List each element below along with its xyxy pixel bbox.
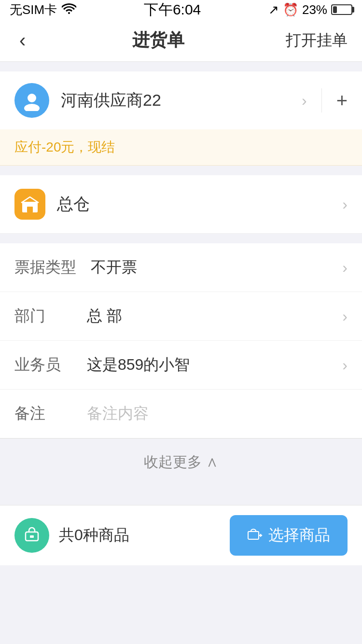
supplier-actions: › + [302,88,348,112]
svg-rect-3 [27,207,33,212]
svg-point-1 [24,104,40,111]
salesperson-chevron-icon: › [342,356,348,374]
status-carrier: 无SIM卡 [10,1,76,18]
status-right: ↗ ⏰ 23% [268,2,352,17]
product-cart-icon [14,518,49,553]
department-label: 部门 [14,306,72,327]
battery-percent: 23% [302,2,327,17]
supplier-name: 河南供应商22 [61,89,302,112]
open-pending-button[interactable]: 打开挂单 [286,30,348,51]
svg-rect-6 [248,532,259,539]
form-section: 票据类型 不开票 › 部门 总 部 › 业务员 这是859的小智 › 备注 备注… [0,243,362,438]
nav-bar: ‹ 进货单 打开挂单 [0,19,362,62]
supplier-avatar [14,83,49,118]
department-value: 总 部 [87,306,342,327]
bottom-bar: 共0种商品 选择商品 [0,505,362,565]
product-count: 共0种商品 [59,525,230,546]
back-button[interactable]: ‹ [14,25,30,56]
department-chevron-icon: › [342,308,348,325]
battery-icon [331,4,352,15]
section-gap-1 [0,62,362,71]
warehouse-row[interactable]: 总仓 › [0,175,362,234]
collapse-button[interactable]: 收起更多 ∧ [0,438,362,486]
salesperson-row[interactable]: 业务员 这是859的小智 › [0,341,362,390]
warehouse-icon [14,189,45,220]
section-gap-4 [0,486,362,495]
warehouse-label: 总仓 [57,193,342,215]
alarm-icon: ⏰ [283,2,298,17]
supplier-row[interactable]: 河南供应商22 › + [0,71,362,129]
status-bar: 无SIM卡 下午6:04 ↗ ⏰ 23% [0,0,362,19]
invoice-chevron-icon: › [342,259,348,277]
salesperson-value: 这是859的小智 [87,354,342,376]
select-product-label: 选择商品 [268,525,330,546]
section-gap-3 [0,234,362,243]
wifi-icon [62,2,76,17]
location-icon: ↗ [268,2,279,17]
department-row[interactable]: 部门 总 部 › [0,292,362,341]
remark-row[interactable]: 备注 备注内容 [0,390,362,438]
select-product-button[interactable]: 选择商品 [230,515,348,556]
supplier-chevron-icon: › [302,92,307,110]
payment-notice: 应付-20元，现结 [0,129,362,166]
invoice-type-label: 票据类型 [14,257,76,278]
supplier-divider [321,88,322,112]
section-gap-2 [0,166,362,175]
page-title: 进货单 [132,28,184,52]
warehouse-chevron-icon: › [342,196,348,213]
salesperson-label: 业务员 [14,354,72,376]
svg-point-0 [28,94,36,102]
remark-value[interactable]: 备注内容 [87,403,348,424]
supplier-section: 河南供应商22 › + 应付-20元，现结 [0,71,362,166]
add-supplier-button[interactable]: + [336,90,348,112]
page-background [0,565,362,644]
remark-label: 备注 [14,403,72,424]
invoice-type-row[interactable]: 票据类型 不开票 › [0,243,362,292]
invoice-type-value: 不开票 [91,257,342,278]
status-time: 下午6:04 [144,0,201,20]
svg-rect-5 [30,535,34,538]
